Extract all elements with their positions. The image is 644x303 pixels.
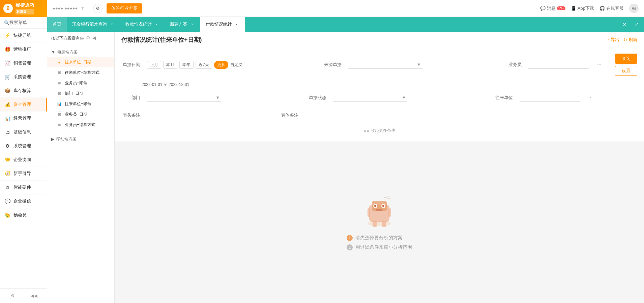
tab-new-close-icon[interactable]: × [189,22,195,27]
sidebar-item-sales[interactable]: 📈 销售管理 [0,56,47,70]
sidebar-item-marketing[interactable]: 🎁 营销推广 [0,42,47,56]
sidebar-item-operations[interactable]: 📊 经营管理 [0,112,47,125]
tab-bank-close-icon[interactable]: × [109,22,115,27]
partner-dots-btn[interactable]: ··· [588,95,593,101]
date-btn-last-month[interactable]: 上月 [147,61,161,69]
body-note-label: 表体备注 [280,112,298,118]
sidebar-item-system[interactable]: ⚙ 系统管理 [0,139,47,153]
refresh-btn[interactable]: ↻ 刷新 [623,37,637,43]
sidebar-item-inventory[interactable]: 📦 库存核算 [0,84,47,98]
date-btn-7days[interactable]: 近7天 [196,61,212,69]
export-btn[interactable]: ↑ 导出 [607,37,620,43]
sidebar-settings-btn[interactable]: ⚙ [3,291,23,300]
svg-point-6 [382,205,384,207]
source-label: 来源单据 [323,62,342,68]
date-btn-more[interactable]: 更多 [214,61,228,69]
empty-tip-1: 1 请先选择要分析的方案 [347,235,412,241]
collapse-btn[interactable]: ∧∧ 收起更多条件 [361,125,398,136]
service-btn[interactable]: 🎧 在线客服 [599,5,624,11]
sidebar-item-guide[interactable]: 🧭 新手引导 [0,167,47,181]
app-icon: 📱 [571,6,576,11]
empty-tip-2-text: 用过滤条件来缩小分析范围 [355,244,412,250]
doc-status-select[interactable] [333,94,407,101]
scheme-item-icon: ● [57,60,62,65]
tab-payment[interactable]: 付款情况统计 × [200,17,245,32]
dept-select[interactable] [147,94,221,101]
refresh-label: 刷新 [628,37,637,43]
sidebar-header: 6 畅捷通巧 标准版 [0,0,47,17]
scheme-item-unit-account[interactable]: 📊 往来单位+账号 [47,99,114,109]
tabbar: 首页 现金银行流水查询 × 收款情况统计 × 新建方案 × 付款情况统计 × ✕… [47,17,644,32]
scheme-item-unit-date[interactable]: ● 往来单位+日期 [47,57,114,67]
scheme-item-label: 往来单位+账号 [65,101,91,107]
partner-input[interactable] [520,94,580,102]
scheme-item-label: 部门+日期 [65,91,83,96]
sidebar-item-purchase[interactable]: 🛒 采购管理 [0,70,47,84]
sidebar-item-label: 企业微信 [13,198,31,204]
scheme-add-btn[interactable]: ⊕ [80,35,84,41]
tab-payment-close-icon[interactable]: × [234,22,239,27]
svg-line-13 [384,198,391,199]
sidebar-item-label: 系统管理 [13,143,31,149]
sidebar-item-search[interactable]: 🔍 搜索菜单 [0,17,47,29]
tab-receipt[interactable]: 收款情况统计 × [120,17,165,32]
sidebar-search-label: 搜索菜单 [9,20,27,26]
scheme-desktop-title[interactable]: ▼ 电脑端方案 [47,47,114,57]
sidebar-item-enterprise[interactable]: 🤝 企业协同 [0,153,47,167]
body-note-input[interactable] [305,111,406,119]
scheme-item-label: 业务员+日期 [65,112,87,117]
sidebar-item-finance[interactable]: 💰 资金管理 [0,98,47,112]
scheme-item-icon: ⊞ [57,70,62,75]
sidebar-item-label: 营销推广 [13,46,31,52]
sidebar-item-quicknav[interactable]: ⚡ 快捷导航 [0,29,47,42]
user-avatar[interactable]: Rit [629,4,639,13]
tab-bank[interactable]: 现金银行流水查询 × [67,17,120,32]
scheme-item-dept-date[interactable]: ⊞ 部门+日期 [47,88,114,99]
svg-rect-7 [376,209,383,211]
scheme-item-staff-account[interactable]: ⊞ 业务员+账号 [47,78,114,88]
staff-dots-btn[interactable]: ··· [597,62,602,68]
doc-status-select-wrap: ▼ [333,94,407,102]
query-btn[interactable]: 查询 [615,54,637,64]
topbar-settings-btn[interactable]: ⚙ [93,4,103,13]
sidebar-item-hardware[interactable]: 🖥 智能硬件 [0,181,47,194]
header-note-input[interactable] [147,111,248,119]
source-select[interactable] [348,61,422,68]
scheme-mobile-title[interactable]: ▶ 移动端方案 [47,134,114,144]
tab-home[interactable]: 首页 [47,17,67,32]
sidebar-item-wechat[interactable]: 💬 企业微信 [0,194,47,208]
tab-close-all-btn[interactable]: ✕ [620,20,629,29]
tab-maximize-btn[interactable]: ⤢ [632,20,641,29]
sidebar-item-label: 销售管理 [13,60,31,66]
member-icon: 👑 [4,212,11,218]
sidebar-item-member[interactable]: 👑 畅会员 [0,208,47,222]
trial-btn[interactable]: 体验行业方案 [107,3,142,13]
app-download-btn[interactable]: 📱 App下载 [571,5,594,11]
message-btn[interactable]: 💬 消息 99+ [540,5,565,11]
partner-label: 往来单位 [494,95,513,101]
tab-receipt-close-icon[interactable]: × [154,22,159,27]
scheme-item-unit-settle[interactable]: ⊞ 往来单位+结算方式 [47,67,114,78]
quicknav-icon: ⚡ [4,32,11,39]
sidebar-item-basic[interactable]: 🗂 基础信息 [0,125,47,139]
date-custom-label[interactable]: 自定义 [230,62,242,68]
svg-line-12 [383,196,389,198]
scheme-collapse-icon[interactable]: ◀ [92,35,96,41]
date-btn-this-month[interactable]: 本月 [163,61,177,69]
sidebar-item-label: 智能硬件 [13,184,31,190]
date-btn-this-year[interactable]: 本年 [179,61,194,69]
scheme-item-staff-date[interactable]: ⊞ 业务员+日期 [47,109,114,120]
brand-text: ●●●● ●●●●● [53,6,78,11]
scheme-item-staff-settle[interactable]: ⊞ 业务员+结算方式 [47,120,114,130]
tab-new[interactable]: 新建方案 × [165,17,200,32]
settings-outline-btn[interactable]: 设置 [615,66,637,76]
scheme-header-title: 按以下方案查询 [51,35,80,41]
staff-input[interactable] [528,61,589,69]
scheme-item-icon: ⊞ [57,122,62,128]
service-icon: 🎧 [599,6,605,11]
message-icon: 💬 [540,6,546,11]
sidebar-collapse-btn[interactable]: ◀◀ [24,291,45,300]
empty-robot-svg [359,195,400,229]
scheme-settings-icon[interactable]: ⚙ [86,35,90,41]
sidebar-item-label: 企业协同 [13,157,31,163]
